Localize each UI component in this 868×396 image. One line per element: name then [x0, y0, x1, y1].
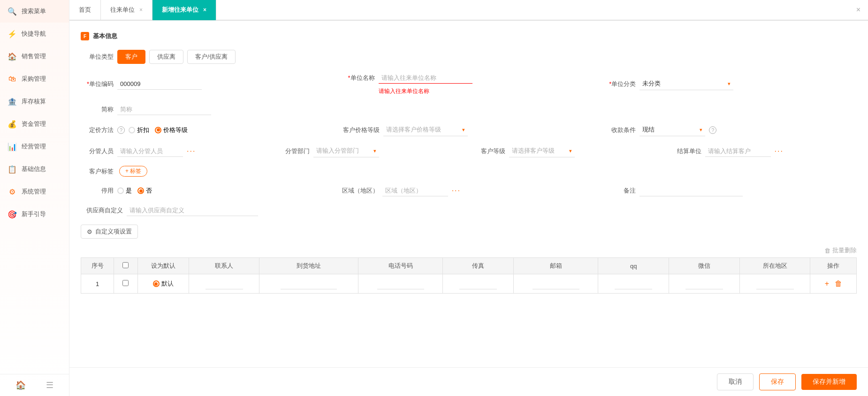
settlement-more-dots[interactable]: ··· [775, 147, 784, 155]
sidebar-item-purchase[interactable]: 🛍 采购管理 [0, 68, 69, 90]
tab-home[interactable]: 首页 [69, 0, 101, 20]
save-button[interactable]: 保存 [759, 373, 796, 390]
customer-price-select[interactable]: 请选择客户价格等级 ▾ [383, 124, 468, 136]
unit-name-field: *单位名称 请输入往来单位名称 [342, 72, 596, 95]
sidebar-item-quick-nav[interactable]: ⚡ 快捷导航 [0, 23, 69, 45]
unit-type-label: 单位类型 [81, 53, 114, 61]
tab-partners[interactable]: 往来单位 × [101, 0, 152, 20]
area-label: 区域（地区） [342, 186, 379, 195]
sidebar-bottom: 🏠 ☰ [0, 374, 69, 396]
sidebar-item-basics[interactable]: 📋 基础信息 [0, 158, 69, 180]
fax-input[interactable] [459, 278, 497, 289]
contacts-table: 序号 设为默认 联系人 到货地址 电话号码 传真 邮箱 qq 微信 所在地区 操… [81, 257, 857, 294]
row-phone[interactable] [358, 274, 443, 294]
row-fax[interactable] [443, 274, 514, 294]
select-all-checkbox[interactable] [122, 262, 129, 268]
row-checkbox[interactable] [114, 274, 138, 294]
batch-delete-btn[interactable]: 🗑 批量删除 [81, 246, 857, 255]
save-new-button[interactable]: 保存并新增 [801, 374, 857, 390]
unit-code-field: *单位编码 [81, 72, 335, 95]
supplier-custom-label: 供应商自定义 [81, 206, 123, 215]
manager-input[interactable] [117, 146, 183, 157]
row-default-radio[interactable]: 默认 [143, 280, 184, 288]
region-input[interactable] [756, 278, 794, 289]
settlement-field: 结算单位 ··· [669, 145, 857, 157]
unit-category-field: *单位分类 未分类 ▾ [603, 72, 857, 95]
delete-row-button[interactable]: 🗑 [833, 280, 844, 288]
row-region[interactable] [739, 274, 810, 294]
tab-new-partner-close[interactable]: × [203, 7, 206, 13]
dept-select[interactable]: 请输入分管部门 ▾ [313, 145, 379, 157]
payment-help-icon[interactable]: ? [709, 126, 716, 134]
sidebar-item-system[interactable]: ⚙ 系统管理 [0, 180, 69, 203]
sidebar-item-search[interactable]: 🔍 搜索菜单 [0, 0, 69, 23]
menu-bottom-icon[interactable]: ☰ [46, 380, 53, 390]
cancel-button[interactable]: 取消 [717, 373, 754, 390]
phone-input[interactable] [377, 278, 424, 289]
row-contact[interactable] [189, 274, 259, 294]
area-more-dots[interactable]: ··· [452, 186, 461, 195]
col-action: 操作 [810, 258, 857, 274]
address-input[interactable] [281, 278, 337, 289]
radio-yes[interactable]: 是 [117, 186, 132, 195]
row-wechat[interactable] [669, 274, 740, 294]
custom-settings-label: 自定义项设置 [95, 227, 132, 236]
unit-btn-customer[interactable]: 客户 [117, 50, 145, 64]
radio-no[interactable]: 否 [137, 186, 152, 195]
sidebar-item-sales[interactable]: 🏠 销售管理 [0, 45, 69, 68]
home-bottom-icon[interactable]: 🏠 [15, 380, 26, 390]
short-name-input[interactable] [117, 104, 211, 115]
customer-price-chevron: ▾ [462, 127, 465, 133]
tab-partners-close[interactable]: × [139, 7, 143, 13]
tabbar-close-all[interactable]: × [849, 6, 868, 14]
row-email[interactable] [513, 274, 598, 294]
unit-name-error: 请输入往来单位名称 [379, 87, 429, 95]
sidebar-item-finance[interactable]: 💰 资金管理 [0, 113, 69, 135]
unit-name-input[interactable] [379, 72, 472, 84]
row-address[interactable] [259, 274, 358, 294]
unit-category-select[interactable]: 未分类 ▾ [640, 78, 733, 90]
qq-input[interactable] [615, 278, 652, 289]
unit-btn-both[interactable]: 客户/供应离 [187, 50, 236, 64]
custom-settings-button[interactable]: ⚙ 自定义项设置 [81, 225, 138, 239]
pricing-radio-group: 折扣 价格等级 [129, 126, 188, 134]
unit-code-input[interactable] [117, 78, 202, 90]
add-tag-button[interactable]: + 标签 [119, 166, 147, 177]
add-row-button[interactable]: + [823, 280, 831, 288]
settlement-input[interactable] [705, 146, 771, 157]
disabled-radio-group: 是 否 [117, 186, 152, 195]
tab-new-partner-label: 新增往来单位 [162, 6, 198, 14]
radio-price-level[interactable]: 价格等级 [155, 126, 188, 134]
sidebar-item-operations[interactable]: 📊 经营管理 [0, 135, 69, 158]
manager-more-dots[interactable]: ··· [187, 147, 196, 155]
radio-discount-label: 折扣 [137, 126, 149, 134]
row-check[interactable] [122, 280, 129, 286]
col-default: 设为默认 [137, 258, 189, 274]
contact-input[interactable] [206, 278, 243, 289]
manager-label: 分管人员 [81, 147, 114, 155]
radio-discount[interactable]: 折扣 [129, 126, 149, 134]
tabbar: 首页 往来单位 × 新增往来单位 × × [69, 0, 868, 21]
sales-icon: 🏠 [8, 52, 17, 61]
wechat-input[interactable] [685, 278, 723, 289]
sidebar-item-guide[interactable]: 🎯 新手引导 [0, 203, 69, 225]
pricing-help-icon[interactable]: ? [117, 126, 125, 134]
tab-new-partner[interactable]: 新增往来单位 × [152, 0, 216, 20]
remark-input[interactable] [640, 185, 743, 196]
row-qq[interactable] [598, 274, 669, 294]
email-input[interactable] [533, 278, 579, 289]
sidebar-item-label: 搜索菜单 [22, 7, 46, 16]
tab-partners-label: 往来单位 [110, 6, 135, 14]
payment-terms-select[interactable]: 现结 ▾ [640, 124, 705, 136]
unit-btn-supplier[interactable]: 供应离 [149, 50, 183, 64]
supplier-custom-input[interactable] [127, 205, 258, 216]
sidebar-item-inventory[interactable]: 🏦 库存核算 [0, 90, 69, 113]
form-content: F 基本信息 单位类型 客户 供应离 客户/供应离 *单位编码 [69, 21, 868, 367]
area-input[interactable] [382, 185, 448, 196]
pricing-row: 定价方法 ? 折扣 价格等级 客户价格等级 请选择客户价格等级 [81, 124, 857, 136]
short-name-label: 简称 [81, 105, 114, 114]
customer-level-select[interactable]: 请选择客户等级 ▾ [509, 145, 575, 157]
section-header: F 基本信息 [81, 32, 857, 40]
table-header-row: 序号 设为默认 联系人 到货地址 电话号码 传真 邮箱 qq 微信 所在地区 操… [81, 258, 857, 274]
operations-icon: 📊 [8, 142, 17, 151]
